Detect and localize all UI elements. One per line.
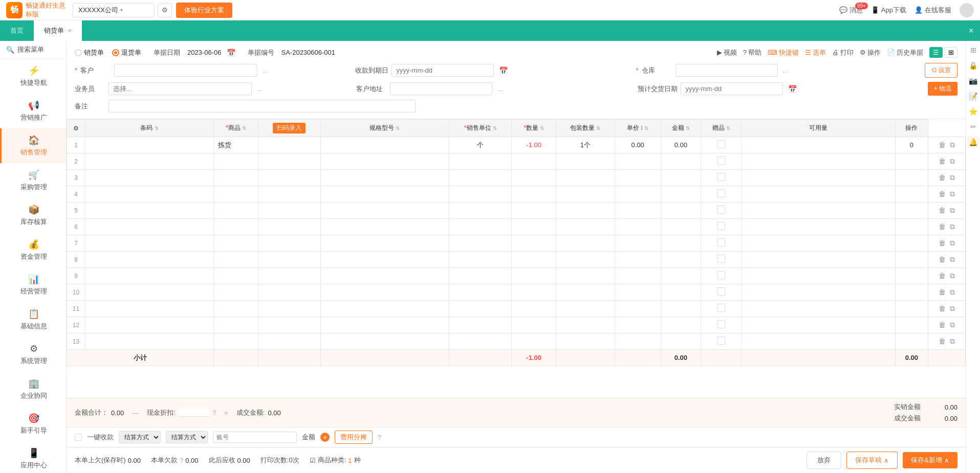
print-action[interactable]: 🖨 打印	[832, 48, 854, 57]
quantity-cell[interactable]	[512, 153, 556, 170]
quantity-cell[interactable]: -1.00	[512, 137, 556, 153]
copy-icon[interactable]: ⧉	[950, 272, 955, 280]
sort-spec-icon[interactable]: ⇅	[396, 125, 400, 131]
barcode-input[interactable]	[90, 289, 209, 296]
right-sidebar-bell-icon[interactable]: 🔔	[967, 136, 979, 148]
copy-icon[interactable]: ⧉	[950, 222, 955, 231]
account-input[interactable]	[213, 432, 297, 443]
quantity-cell[interactable]	[512, 268, 556, 284]
customer-addr-input[interactable]	[390, 82, 492, 95]
barcode-cell[interactable]	[85, 137, 214, 153]
add-payment-button[interactable]: +	[320, 433, 330, 442]
price-info-icon[interactable]: ℹ	[641, 125, 643, 131]
fee-help-icon[interactable]: ?	[378, 434, 381, 441]
gift-checkbox[interactable]	[717, 173, 725, 181]
calendar-icon[interactable]: 📅	[227, 49, 235, 57]
spec-cell[interactable]	[320, 202, 449, 219]
delete-icon[interactable]: 🗑	[939, 173, 946, 182]
sidebar-item-marketing[interactable]: 📢 营销推广	[0, 94, 66, 128]
copy-icon[interactable]: ⧉	[950, 157, 955, 165]
quantity-cell[interactable]	[512, 301, 556, 317]
delete-icon[interactable]: 🗑	[939, 206, 946, 214]
grid-view-button[interactable]: ⊞	[945, 47, 957, 58]
operate-action[interactable]: ⚙ 操作	[860, 48, 881, 57]
radio-return-order[interactable]: 退货单	[112, 48, 141, 57]
notes-input[interactable]	[108, 100, 416, 112]
sort-unit-icon[interactable]: ⇅	[493, 125, 497, 131]
tab-sale-order[interactable]: 销货单 ×	[34, 20, 82, 41]
right-sidebar-edit-icon[interactable]: ✏	[967, 121, 979, 133]
quantity-cell[interactable]	[512, 186, 556, 202]
sidebar-search[interactable]: 🔍 搜索菜单	[0, 41, 66, 59]
gift-checkbox[interactable]	[717, 287, 725, 296]
th-scan[interactable]: 扫码录入	[258, 120, 320, 137]
gift-cell[interactable]	[701, 301, 742, 317]
sidebar-item-finance[interactable]: 💰 资金管理	[0, 233, 66, 267]
company-selector[interactable]: XXXXXX公司 ▾	[73, 3, 155, 17]
spec-input[interactable]	[325, 142, 445, 149]
spec-input[interactable]	[325, 207, 445, 214]
copy-icon[interactable]: ⧉	[950, 173, 955, 182]
price-cell[interactable]	[615, 186, 661, 202]
barcode-cell[interactable]	[85, 268, 214, 284]
spec-cell[interactable]	[320, 170, 449, 186]
choose-action[interactable]: ☰ 选单	[805, 48, 826, 57]
one-click-checkbox[interactable]	[75, 434, 82, 441]
delete-icon[interactable]: 🗑	[939, 190, 946, 198]
tab-home[interactable]: 首页	[0, 20, 34, 41]
scan-button[interactable]: 扫码录入	[273, 123, 306, 133]
spec-cell[interactable]	[320, 268, 449, 284]
spec-cell[interactable]	[320, 284, 449, 301]
price-cell[interactable]	[615, 252, 661, 268]
delete-icon[interactable]: 🗑	[939, 141, 946, 149]
spec-input[interactable]	[325, 223, 445, 231]
discount-input[interactable]	[179, 409, 209, 417]
gift-checkbox[interactable]	[717, 304, 725, 312]
gift-cell[interactable]	[701, 219, 742, 235]
salesperson-dots[interactable]: ...	[257, 85, 263, 93]
discount-help-icon[interactable]: ?	[212, 409, 216, 417]
gift-cell[interactable]	[701, 268, 742, 284]
gift-checkbox[interactable]	[717, 271, 725, 279]
quantity-cell[interactable]	[512, 317, 556, 333]
barcode-cell[interactable]	[85, 301, 214, 317]
pay-date-input[interactable]	[391, 64, 494, 77]
price-cell[interactable]	[615, 301, 661, 317]
sidebar-item-app-center[interactable]: 📱 应用中心	[0, 441, 66, 473]
price-cell[interactable]	[615, 170, 661, 186]
addr-dots[interactable]: ...	[497, 85, 503, 93]
abandon-button[interactable]: 放弃	[807, 452, 841, 469]
sidebar-item-sales[interactable]: 🏠 销售管理	[0, 128, 66, 163]
app-download-button[interactable]: 📱 App下载	[871, 6, 906, 15]
spec-input[interactable]	[325, 240, 445, 247]
gift-checkbox[interactable]	[717, 206, 725, 214]
right-sidebar-doc-icon[interactable]: 📝	[967, 90, 979, 102]
sort-barcode-icon[interactable]: ⇅	[155, 125, 159, 131]
copy-icon[interactable]: ⧉	[950, 190, 955, 198]
price-cell[interactable]	[615, 317, 661, 333]
spec-input[interactable]	[325, 289, 445, 296]
barcode-input[interactable]	[90, 322, 209, 329]
price-cell[interactable]	[615, 153, 661, 170]
gift-checkbox[interactable]	[717, 336, 725, 345]
delete-icon[interactable]: 🗑	[939, 304, 946, 312]
arrear-help-icon[interactable]: ?	[180, 457, 183, 464]
sidebar-item-inventory[interactable]: 📦 库存核算	[0, 198, 66, 233]
sort-gift-icon[interactable]: ⇅	[726, 125, 730, 131]
delete-icon[interactable]: 🗑	[939, 239, 946, 247]
fee-split-button[interactable]: 费用分摊	[335, 431, 373, 444]
gift-cell[interactable]	[701, 317, 742, 333]
gift-cell[interactable]	[701, 170, 742, 186]
barcode-cell[interactable]	[85, 235, 214, 252]
right-sidebar-camera-icon[interactable]: 📷	[967, 75, 979, 87]
radio-sale-order[interactable]: 销货单	[75, 48, 104, 57]
gift-cell[interactable]	[701, 252, 742, 268]
barcode-input[interactable]	[90, 191, 209, 198]
warehouse-dots[interactable]: ...	[783, 66, 789, 74]
spec-input[interactable]	[325, 191, 445, 198]
barcode-cell[interactable]	[85, 202, 214, 219]
quantity-cell[interactable]	[512, 170, 556, 186]
barcode-cell[interactable]	[85, 252, 214, 268]
expected-date-calendar-icon[interactable]: 📅	[788, 85, 797, 93]
save-draft-button[interactable]: 保存草稿 ∧	[846, 452, 898, 469]
